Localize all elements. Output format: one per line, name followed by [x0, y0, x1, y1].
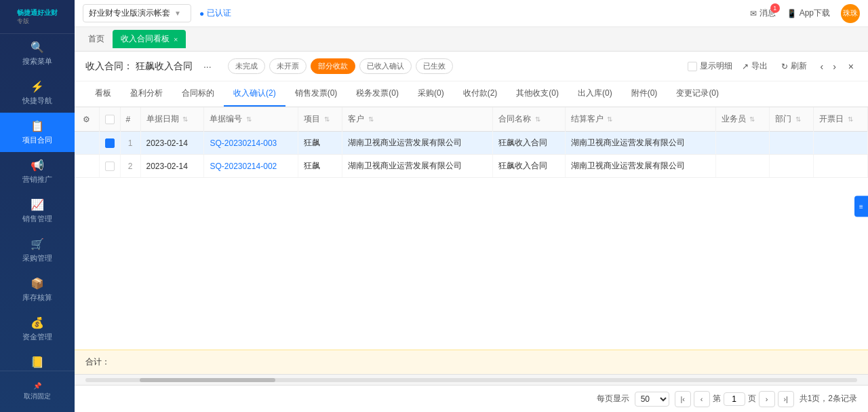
status-partial-btn[interactable]: 部分收款 [311, 58, 355, 74]
tab-warehousing[interactable]: 出入库(0) [568, 81, 622, 107]
th-contract-name[interactable]: 合同名称 ⇅ [493, 107, 566, 132]
td-contract-name-1: 狂飙收入合同 [493, 155, 566, 178]
total-bar: 合计： [75, 350, 868, 374]
td-checkbox-0[interactable] [99, 132, 120, 155]
export-button[interactable]: ↗ 导出 [738, 58, 772, 74]
sidebar-item-cancel-fixed[interactable]: 📌 取消固定 [0, 377, 75, 407]
topbar-right: ✉ 1 消息 📱 App下载 珠珠 [750, 4, 860, 23]
sort-icon: ⇅ [246, 115, 252, 123]
tab-label-contract-standard: 合同标的 [182, 88, 214, 98]
tab-home[interactable]: 首页 [83, 31, 110, 48]
th-department-label: 部门 [775, 114, 791, 124]
page-input-wrap: 第 页 [713, 392, 756, 406]
prev-arrow[interactable]: ‹ [816, 60, 827, 73]
row-checkbox-0[interactable] [105, 138, 115, 148]
tab-label: 收入合同看板 [121, 33, 170, 45]
sidebar-item-search[interactable]: 🔍搜索菜单 [0, 34, 75, 73]
sort-icon: ⇅ [182, 115, 188, 123]
last-page-button[interactable]: ›| [778, 391, 794, 407]
user-avatar[interactable]: 珠珠 [841, 4, 860, 23]
th-department[interactable]: 部门 ⇅ [770, 107, 814, 132]
th-invoice-date[interactable]: 开票日 ⇅ [814, 107, 868, 132]
tab-income-confirm[interactable]: 收入确认(2) [224, 81, 285, 107]
table-row[interactable]: 1 2023-02-14 SQ-20230214-003 狂飙 湖南卫视商业运营… [75, 132, 868, 155]
user-name: 珠珠 [843, 8, 858, 18]
status-confirmed-btn[interactable]: 已收入确认 [359, 58, 412, 74]
general-icon: 📒 [31, 356, 44, 369]
next-page-button[interactable]: › [759, 391, 775, 407]
show-detail-toggle[interactable]: 显示明细 [688, 60, 732, 72]
sidebar-item-marketing[interactable]: 📢营销推广 [0, 152, 75, 191]
scrollbar-thumb[interactable] [140, 378, 275, 382]
td-settlement-customer-1: 湖南卫视商业运营发展有限公司 [565, 155, 715, 178]
th-bill-no[interactable]: 单据编号 ⇅ [204, 107, 298, 132]
bill-no-link-0[interactable]: SQ-20230214-003 [210, 138, 277, 148]
th-salesperson[interactable]: 业务员 ⇅ [715, 107, 770, 132]
sidebar-item-sales[interactable]: 📈销售管理 [0, 191, 75, 231]
td-bill-no-1: SQ-20230214-002 [204, 155, 298, 178]
page-nav: |‹ ‹ 第 页 › ›| [675, 391, 794, 407]
bill-no-link-1[interactable]: SQ-20230214-002 [210, 162, 277, 171]
project-contract-icon: 📋 [31, 119, 44, 132]
company-selector[interactable]: 好业财专业版演示帐套 ▼ [83, 4, 191, 22]
tab-close-icon[interactable]: × [174, 35, 178, 43]
right-panel-toggle[interactable]: ≡ [854, 195, 868, 217]
td-checkbox-1[interactable] [99, 155, 120, 178]
th-date[interactable]: 单据日期 ⇅ [140, 107, 204, 132]
sidebar-item-inventory[interactable]: 📦库存核算 [0, 270, 75, 310]
header-checkbox[interactable] [105, 115, 115, 124]
sidebar-label-project-contract: 项目合同 [22, 135, 52, 145]
message-button[interactable]: ✉ 1 消息 [750, 7, 776, 19]
tab-attachment[interactable]: 附件(0) [622, 81, 667, 107]
per-page-select[interactable]: 50 20 100 [635, 392, 669, 407]
tab-label-sales-invoice: 销售发票(0) [295, 88, 338, 98]
th-settlement-customer[interactable]: 结算客户 ⇅ [565, 107, 715, 132]
next-arrow[interactable]: › [829, 60, 840, 73]
sidebar-item-purchase[interactable]: 🛒采购管理 [0, 231, 75, 270]
sidebar-item-general[interactable]: 📒总账管理 [0, 349, 75, 371]
message-icon: ✉ [750, 9, 757, 18]
table-row[interactable]: 2 2023-02-14 SQ-20230214-002 狂飙 湖南卫视商业运营… [75, 155, 868, 178]
th-customer[interactable]: 客户 ⇅ [342, 107, 493, 132]
download-icon: 📱 [787, 9, 797, 18]
th-project[interactable]: 项目 ⇅ [298, 107, 342, 132]
status-effective-btn[interactable]: 已生效 [416, 58, 453, 74]
status-no-invoice-btn[interactable]: 未开票 [269, 58, 307, 74]
gear-icon[interactable]: ⚙ [83, 115, 90, 124]
tab-board[interactable]: 看板 [85, 81, 121, 107]
more-options-button[interactable]: ··· [201, 61, 214, 72]
tab-other-income[interactable]: 其他收支(0) [507, 81, 568, 107]
sidebar-item-quick-nav[interactable]: ⚡快捷导航 [0, 73, 75, 113]
tab-sales-invoice[interactable]: 销售发票(0) [285, 81, 347, 107]
tab-label-other-income: 其他收支(0) [516, 88, 559, 98]
tab-payment[interactable]: 收付款(2) [454, 81, 507, 107]
tab-contract-standard[interactable]: 合同标的 [172, 81, 224, 107]
page-title: 收入合同： 狂飙收入合同 [85, 60, 193, 73]
first-page-button[interactable]: |‹ [675, 391, 691, 407]
td-customer-1: 湖南卫视商业运营发展有限公司 [342, 155, 493, 178]
app-download-button[interactable]: 📱 App下载 [787, 7, 830, 19]
prev-page-button[interactable]: ‹ [694, 391, 710, 407]
tab-profit[interactable]: 盈利分析 [121, 81, 172, 107]
status-buttons: 未完成 未开票 部分收款 已收入确认 已生效 [228, 58, 453, 74]
th-customer-label: 客户 [348, 114, 364, 124]
export-icon: ↗ [742, 62, 749, 71]
sidebar-item-funds[interactable]: 💰资金管理 [0, 310, 75, 349]
th-gear: ⚙ [75, 107, 99, 132]
tab-tax-invoice[interactable]: 税务发票(0) [347, 81, 408, 107]
tab-income-contract[interactable]: 收入合同看板 × [113, 30, 186, 48]
tab-purchase[interactable]: 采购(0) [408, 81, 454, 107]
td-gear-0 [75, 132, 99, 155]
sidebar-item-project-contract[interactable]: 📋项目合同 [0, 113, 75, 152]
refresh-button[interactable]: ↻ 刷新 [777, 58, 811, 74]
sidebar-label-purchase: 采购管理 [22, 253, 52, 263]
row-checkbox-1[interactable] [105, 162, 115, 171]
certified-label: 已认证 [207, 7, 231, 19]
horizontal-scrollbar[interactable] [75, 374, 868, 385]
td-department-0 [770, 132, 814, 155]
status-incomplete-btn[interactable]: 未完成 [228, 58, 265, 74]
tab-change-log[interactable]: 变更记录(0) [667, 81, 728, 107]
td-num-1: 2 [120, 155, 140, 178]
page-close-button[interactable]: × [845, 60, 857, 73]
page-number-input[interactable] [724, 392, 745, 406]
